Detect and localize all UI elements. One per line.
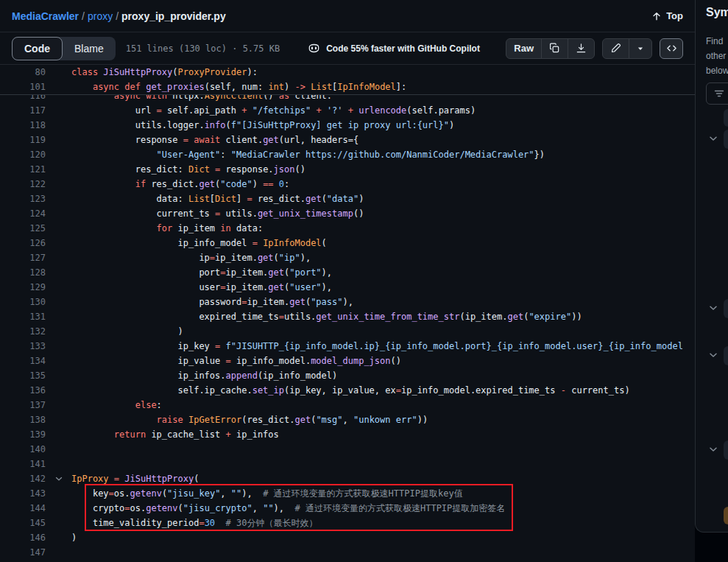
line-number[interactable]: 119 [0, 133, 46, 147]
copy-raw-button[interactable] [542, 39, 568, 58]
line-number[interactable]: 123 [0, 192, 46, 206]
code-line-120: 120 "User-Agent": "MediaCrawler https://… [0, 147, 695, 162]
line-number[interactable]: 118 [0, 118, 46, 133]
line-number[interactable]: 138 [0, 412, 46, 427]
chevron-down-icon[interactable] [707, 302, 719, 314]
download-raw-button[interactable] [568, 39, 594, 58]
breadcrumb-repo-link[interactable]: MediaCrawler [12, 10, 79, 22]
code-line-80: 80class JiSuHttpProxy(ProxyProvider): [0, 65, 695, 80]
back-to-top-button[interactable]: Top [651, 10, 683, 21]
line-number[interactable]: 117 [0, 103, 46, 118]
copy-icon [549, 43, 560, 54]
tab-code[interactable]: Code [12, 37, 63, 60]
code-text: for ip_item in data: [71, 221, 263, 236]
edit-actions-group [602, 38, 652, 59]
code-text: ) [71, 530, 77, 545]
line-number[interactable]: 127 [0, 250, 46, 265]
line-number[interactable]: 134 [0, 354, 46, 368]
raw-button[interactable]: Raw [506, 39, 542, 58]
breadcrumb-separator: / [116, 10, 119, 22]
breadcrumb-folder-link[interactable]: proxy [88, 10, 113, 22]
symbols-panel-toggle[interactable] [660, 38, 683, 59]
line-number[interactable]: 143 [0, 486, 46, 501]
edit-dropdown-button[interactable] [629, 39, 651, 58]
line-number[interactable]: 136 [0, 383, 46, 398]
copilot-icon [308, 42, 320, 55]
file-toolbar: Code Blame 151 lines (130 loc) · 5.75 KB… [0, 32, 695, 65]
line-number[interactable]: 142 [0, 471, 46, 486]
chevron-down-icon[interactable] [707, 349, 719, 361]
line-number[interactable]: 122 [0, 177, 46, 192]
symbol-chip[interactable] [724, 299, 728, 318]
line-number[interactable]: 139 [0, 427, 46, 442]
line-number[interactable]: 133 [0, 339, 46, 354]
line-number[interactable]: 132 [0, 324, 46, 339]
line-number[interactable]: 124 [0, 206, 46, 221]
partially-scrolled-line: 116 async with httpx.AsyncClient() as cl… [0, 95, 695, 103]
symbols-filter-input[interactable] [706, 82, 728, 105]
line-number[interactable]: 121 [0, 162, 46, 177]
code-text: key=os.getenv("jisu_key", ""), # 通过环境变量的… [71, 486, 463, 501]
line-number[interactable]: 135 [0, 368, 46, 383]
chevron-down-icon[interactable] [707, 133, 719, 144]
file-view-column: MediaCrawler / proxy / proxy_ip_provider… [0, 0, 695, 562]
symbol-chip-highlighted[interactable] [724, 507, 728, 524]
code-text: expired_time_ts=utils.get_unix_time_from… [71, 309, 582, 324]
code-line-138: 138 raise IpGetError(res_dict.get("msg",… [0, 412, 695, 427]
code-text: else: [71, 398, 162, 412]
line-number[interactable]: 120 [0, 147, 46, 162]
line-number[interactable]: 144 [0, 501, 46, 516]
code-text: class JiSuHttpProxy(ProxyProvider): [71, 65, 258, 80]
symbols-panel-description: Find other below [706, 34, 728, 78]
code-lines: 117 url = self.api_path + "/fetchips" + … [0, 103, 695, 560]
line-number[interactable]: 140 [0, 442, 46, 457]
symbol-chip[interactable] [724, 440, 728, 460]
symbol-chip[interactable] [724, 109, 728, 127]
line-number[interactable]: 130 [0, 295, 46, 309]
line-number[interactable]: 147 [0, 545, 46, 560]
code-text: user=ip_item.get("user"), [71, 280, 332, 295]
symbols-sidebar: Sym Find other below [695, 0, 728, 562]
code-line-123: 123 data: List[Dict] = res_dict.get("dat… [0, 192, 695, 206]
line-number[interactable]: 137 [0, 398, 46, 412]
line-number[interactable]: 126 [0, 236, 46, 250]
raw-actions-group: Raw [506, 38, 595, 59]
line-number[interactable]: 80 [0, 65, 46, 80]
collapse-chevron-icon[interactable] [46, 474, 71, 484]
code-text: ip_info_model = IpInfoModel( [71, 236, 327, 250]
breadcrumb: MediaCrawler / proxy / proxy_ip_provider… [0, 0, 695, 32]
code-line-125: 125 for ip_item in data: [0, 221, 695, 236]
symbol-chip[interactable] [724, 346, 728, 365]
back-to-top-label: Top [666, 10, 683, 21]
symbol-chip[interactable] [724, 130, 728, 149]
code-line-137: 137 else: [0, 398, 695, 412]
code-line-121: 121 res_dict: Dict = response.json() [0, 162, 695, 177]
description-line: Find [706, 34, 728, 49]
code-line-124: 124 current_ts = utils.get_unix_timestam… [0, 206, 695, 221]
code-line-135: 135 ip_infos.append(ip_info_model) [0, 368, 695, 383]
code-text: return ip_cache_list + ip_infos [71, 427, 279, 442]
line-number[interactable]: 125 [0, 221, 46, 236]
caret-down-icon [637, 45, 644, 52]
code-brackets-icon [666, 43, 677, 54]
line-number[interactable]: 141 [0, 457, 46, 471]
code-text: ip_key = f"JISUHTTP_{ip_info_model.ip}_{… [71, 339, 683, 354]
line-number[interactable]: 146 [0, 530, 46, 545]
line-number[interactable]: 101 [0, 80, 46, 94]
tab-blame[interactable]: Blame [63, 37, 116, 60]
chevron-down-icon[interactable] [707, 443, 719, 455]
line-number[interactable]: 116 [0, 95, 46, 103]
line-number[interactable]: 131 [0, 309, 46, 324]
line-number[interactable]: 128 [0, 265, 46, 280]
line-number[interactable]: 129 [0, 280, 46, 295]
code-line-131: 131 expired_time_ts=utils.get_unix_time_… [0, 309, 695, 324]
line-number[interactable]: 145 [0, 516, 46, 530]
toolbar-actions: Raw [506, 38, 683, 59]
code-text: async def get_proxies(self, num: int) ->… [71, 80, 406, 94]
copilot-banner: Code 55% faster with GitHub Copilot [308, 42, 480, 55]
edit-file-button[interactable] [603, 39, 629, 58]
code-text: crypto=os.getenv("jisu_crypto", ""), # 通… [71, 501, 505, 516]
symbols-panel: Sym Find other below [695, 0, 728, 533]
code-text: async with httpx.AsyncClient() as client… [71, 95, 332, 103]
file-meta-info: 151 lines (130 loc) · 5.75 KB [126, 43, 280, 54]
